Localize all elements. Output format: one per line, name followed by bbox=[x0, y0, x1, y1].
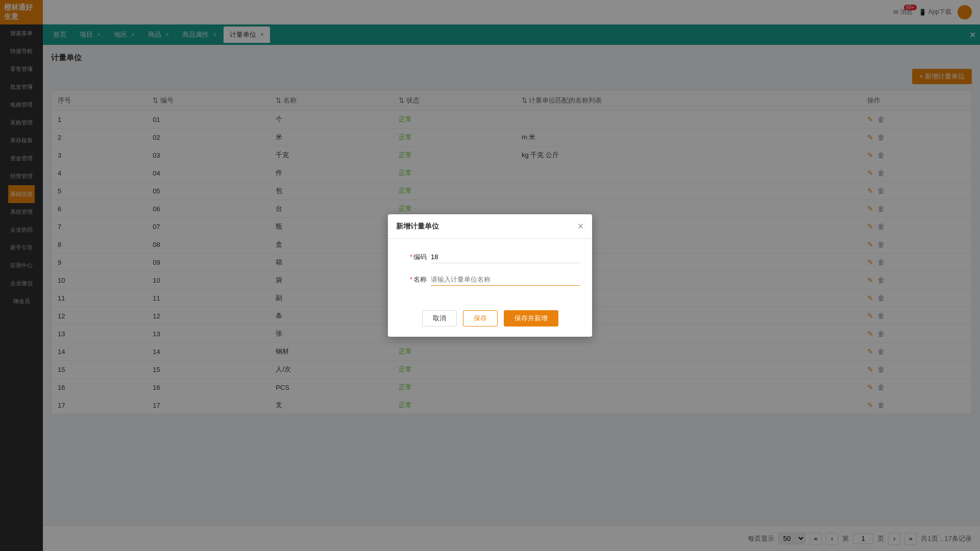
modal-title: 新增计量单位 bbox=[396, 222, 439, 231]
code-input[interactable] bbox=[431, 251, 580, 263]
code-form-row: *编码 bbox=[400, 251, 580, 263]
code-label: *编码 bbox=[400, 253, 431, 262]
code-required-mark: * bbox=[410, 253, 412, 261]
name-form-row: *名称 bbox=[400, 273, 580, 286]
save-button[interactable]: 保存 bbox=[463, 310, 498, 327]
modal-body: *编码 *名称 bbox=[388, 239, 592, 304]
add-unit-modal: 新增计量单位 ✕ *编码 *名称 取消 保存 保存并新增 bbox=[388, 214, 592, 337]
name-required-mark: * bbox=[410, 276, 412, 283]
modal-overlay[interactable]: 新增计量单位 ✕ *编码 *名称 取消 保存 保存并新增 bbox=[0, 0, 980, 551]
modal-header: 新增计量单位 ✕ bbox=[388, 214, 592, 239]
name-label: *名称 bbox=[400, 275, 431, 284]
name-label-text: 名称 bbox=[413, 276, 427, 283]
name-input[interactable] bbox=[431, 273, 580, 286]
cancel-button[interactable]: 取消 bbox=[422, 310, 457, 327]
save-new-button[interactable]: 保存并新增 bbox=[504, 310, 558, 327]
modal-footer: 取消 保存 保存并新增 bbox=[388, 304, 592, 337]
code-label-text: 编码 bbox=[413, 253, 427, 261]
modal-close-button[interactable]: ✕ bbox=[577, 221, 584, 231]
